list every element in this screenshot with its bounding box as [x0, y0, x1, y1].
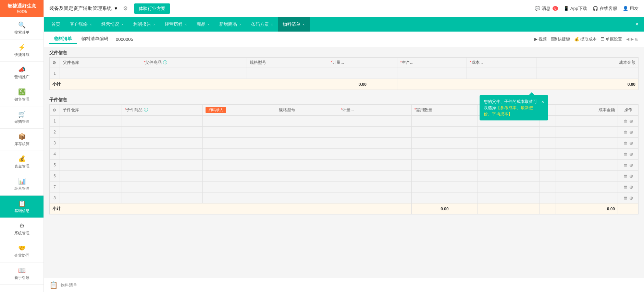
parent-th-settings[interactable]: ⚙ [50, 58, 60, 68]
child-row-product[interactable] [122, 192, 202, 203]
child-row-qty[interactable] [411, 127, 478, 138]
child-row-spec[interactable] [276, 149, 338, 160]
child-row-product[interactable] [122, 171, 202, 182]
child-row-warehouse[interactable] [60, 127, 122, 138]
system-title-dropdown-icon[interactable]: ▼ [114, 6, 118, 11]
child-row-product[interactable] [122, 116, 202, 127]
child-row-warehouse[interactable] [60, 116, 122, 127]
parent-row-produce[interactable] [397, 68, 467, 79]
scan-input-button[interactable]: 扫码录入 [206, 107, 226, 113]
sidebar-item-营销推广[interactable]: 📣营销推广 [0, 62, 44, 84]
child-row-product[interactable] [122, 127, 202, 138]
child-row-product[interactable] [122, 182, 202, 192]
child-row-scan-cell[interactable] [203, 149, 276, 160]
page-scroll[interactable]: 父件信息 ⚙ 父件仓库 *父件商品 ⓘ 规格型号 *计量... *生产... *… [44, 47, 644, 278]
settings-icon[interactable]: ⚙ [123, 5, 128, 12]
child-row-scan-cell[interactable] [203, 138, 276, 149]
grid-view-icon[interactable]: ⊞ [635, 37, 639, 42]
nav-tab-经营历程[interactable]: 经营历程× [160, 17, 191, 32]
tab-close-icon[interactable]: × [239, 22, 241, 26]
nav-next-icon[interactable]: ▶ [631, 37, 634, 42]
child-row-amount[interactable] [556, 127, 618, 138]
close-all-tabs-icon[interactable]: × [633, 21, 641, 27]
child-row-spec[interactable] [276, 138, 338, 149]
sidebar-item-系统管理[interactable]: ⚙系统管理 [0, 218, 44, 240]
app-download-button[interactable]: 📱 App下载 [564, 5, 587, 12]
sidebar-item-销售管理[interactable]: 💹销售管理 [0, 84, 44, 106]
child-row-unit[interactable] [338, 138, 391, 149]
child-row-unit[interactable] [338, 149, 391, 160]
child-row-amount[interactable] [556, 160, 618, 171]
sidebar-item-搜索菜单[interactable]: 🔍搜索菜单 [0, 17, 44, 39]
child-row-amount[interactable] [556, 116, 618, 127]
tab-close-icon[interactable]: × [185, 22, 187, 26]
parent-row-warehouse[interactable] [60, 68, 141, 79]
nav-tab-商品[interactable]: 商品× [192, 17, 214, 32]
child-row-spec[interactable] [276, 192, 338, 203]
child-row-unit[interactable] [338, 160, 391, 171]
child-row-unit-price[interactable] [478, 182, 540, 192]
child-row-unit[interactable] [338, 182, 391, 192]
delete-icon[interactable]: 🗑 [623, 129, 628, 135]
child-row-warehouse[interactable] [60, 138, 122, 149]
child-row-scan-cell[interactable] [203, 182, 276, 192]
child-row-qty[interactable] [411, 171, 478, 182]
child-row-scan-cell[interactable] [203, 127, 276, 138]
child-row-unit[interactable] [338, 171, 391, 182]
sidebar-item-经营管理[interactable]: 📊经营管理 [0, 173, 44, 196]
child-row-unit-price[interactable] [478, 127, 540, 138]
tooltip-close-button[interactable]: × [541, 98, 544, 105]
child-row-amount[interactable] [556, 192, 618, 203]
parent-row-product[interactable] [141, 68, 247, 79]
delete-icon[interactable]: 🗑 [623, 140, 628, 146]
delete-icon[interactable]: 🗑 [623, 184, 628, 190]
delete-icon[interactable]: 🗑 [623, 118, 628, 124]
child-row-scan-cell[interactable] [203, 160, 276, 171]
child-row-product[interactable] [122, 149, 202, 160]
user-menu[interactable]: 👤 用友 [623, 5, 639, 12]
message-button[interactable]: 💬 消息 6 [535, 5, 558, 12]
child-row-amount[interactable] [556, 149, 618, 160]
child-row-unit-price[interactable] [478, 160, 540, 171]
nav-tab-新增商品[interactable]: 新增商品× [214, 17, 246, 32]
child-row-spec[interactable] [276, 182, 338, 192]
child-row-spec[interactable] [276, 160, 338, 171]
child-row-qty[interactable] [411, 116, 478, 127]
nav-tab-经营情况[interactable]: 经营情况× [97, 17, 128, 32]
parent-row-spec[interactable] [247, 68, 328, 79]
shortcut-button[interactable]: ⌨ 快捷键 [551, 36, 570, 42]
child-row-warehouse[interactable] [60, 171, 122, 182]
child-row-unit[interactable] [338, 116, 391, 127]
child-row-amount[interactable] [556, 138, 618, 149]
copy-icon[interactable]: ⊕ [629, 195, 633, 201]
nav-tab-利润报告[interactable]: 利润报告× [128, 17, 160, 32]
online-service-button[interactable]: 🎧 在线客服 [593, 5, 617, 12]
delete-icon[interactable]: 🗑 [623, 162, 628, 168]
nav-tab-客户联络[interactable]: 客户联络× [65, 17, 97, 32]
nav-prev-icon[interactable]: ◀ [626, 37, 629, 42]
sidebar-item-资金管理[interactable]: 💰资金管理 [0, 151, 44, 173]
child-row-scan-cell[interactable] [203, 171, 276, 182]
delete-icon[interactable]: 🗑 [623, 195, 628, 201]
nav-tab-条码方案[interactable]: 条码方案× [246, 17, 278, 32]
sidebar-item-快捷导航[interactable]: ⚡快捷导航 [0, 39, 44, 62]
copy-icon[interactable]: ⊕ [629, 173, 633, 179]
trial-button[interactable]: 体验行业方案 [134, 3, 170, 14]
tab-close-icon[interactable]: × [90, 22, 92, 26]
child-row-warehouse[interactable] [60, 149, 122, 160]
tab-close-icon[interactable]: × [208, 22, 210, 26]
parent-row-unit[interactable] [328, 68, 397, 79]
child-row-warehouse[interactable] [60, 182, 122, 192]
nav-tab-物料清单[interactable]: 物料清单× [278, 17, 309, 32]
child-row-product[interactable] [122, 160, 202, 171]
child-row-unit-price[interactable] [478, 138, 540, 149]
tab-close-icon[interactable]: × [271, 22, 273, 26]
child-row-unit[interactable] [338, 192, 391, 203]
child-th-scan[interactable]: 扫码录入 [203, 105, 276, 116]
copy-icon[interactable]: ⊕ [629, 184, 633, 190]
delete-icon[interactable]: 🗑 [623, 151, 628, 157]
copy-icon[interactable]: ⊕ [629, 129, 633, 135]
child-row-scan-cell[interactable] [203, 116, 276, 127]
video-button[interactable]: ▶ 视频 [534, 36, 547, 42]
child-row-scan-cell[interactable] [203, 192, 276, 203]
